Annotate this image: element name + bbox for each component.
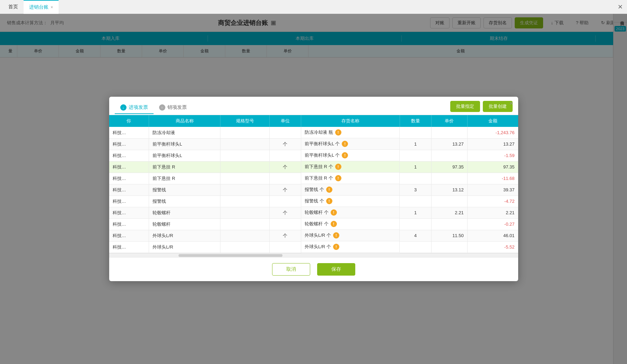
table-cell: [400, 196, 431, 207]
table-cell: 1: [400, 207, 431, 218]
warning-icon[interactable]: !: [335, 164, 341, 170]
table-cell: [220, 150, 270, 161]
table-cell: 39.37: [467, 184, 518, 196]
table-row: 科技…前平衡杆球头L前平衡杆球头L 个!-1.59: [109, 150, 518, 161]
col-header-qty: 数量: [400, 115, 431, 127]
table-cell: -4.72: [467, 196, 518, 207]
warning-icon[interactable]: !: [335, 175, 341, 181]
table-cell: 科技…: [109, 207, 149, 218]
modal-table-wrapper[interactable]: 你 商品名称 规格型号 单位 存货名称 数量 单价 金额 科技…防冻冷却液防冻冷…: [109, 115, 518, 253]
table-cell: 个: [269, 230, 301, 241]
tab-bar: 首页 进销台账 × ✕: [0, 0, 627, 14]
table-cell: 前下悬挂 R 个!: [301, 161, 400, 173]
h-scrollbar[interactable]: [109, 253, 518, 257]
table-cell: 前平衡杆球头L: [149, 138, 220, 150]
tab-home-label: 首页: [8, 4, 18, 10]
modal-dialog: ↓ 进项发票 ↑ 销项发票 批量指定 批量创建 × 你: [109, 97, 518, 281]
table-row: 科技…轮毂螺杆轮毂螺杆 个!-0.27: [109, 218, 518, 230]
table-cell: 2.21: [467, 207, 518, 218]
warning-icon[interactable]: !: [342, 141, 348, 147]
save-button[interactable]: 保存: [317, 263, 355, 276]
table-cell: 报警线 个!: [301, 184, 400, 196]
table-row: 科技…前下悬挂 R前下悬挂 R 个!-11.68: [109, 173, 518, 184]
table-cell: [220, 196, 270, 207]
table-cell: [431, 127, 467, 138]
tab-sales-invoice[interactable]: ↑ 销项发票: [154, 102, 192, 114]
sales-invoice-icon: ↑: [159, 104, 165, 111]
table-cell: [431, 173, 467, 184]
table-cell: 外球头L/R: [149, 241, 220, 253]
table-cell: 13.12: [431, 184, 467, 196]
table-cell: [220, 173, 270, 184]
warning-icon[interactable]: !: [335, 129, 341, 136]
table-cell: [400, 241, 431, 253]
modal-close-icon[interactable]: ×: [510, 100, 513, 106]
batch-assign-button[interactable]: 批量指定: [450, 101, 480, 112]
table-cell: [220, 184, 270, 196]
table-cell: 前下悬挂 R 个!: [301, 173, 400, 184]
table-cell: [269, 173, 301, 184]
table-cell: 11.50: [431, 230, 467, 241]
table-cell: 3: [400, 184, 431, 196]
table-cell: 前平衡杆球头L: [149, 150, 220, 161]
warning-icon[interactable]: !: [342, 152, 348, 158]
col-header-unit: 单位: [269, 115, 301, 127]
modal-overlay: ↓ 进项发票 ↑ 销项发票 批量指定 批量创建 × 你: [0, 14, 627, 364]
col-header-amount: 金额: [467, 115, 518, 127]
window-close-icon[interactable]: ✕: [618, 3, 623, 11]
table-row: 科技…前平衡杆球头L个前平衡杆球头L 个!113.2713.27: [109, 138, 518, 150]
table-cell: 科技…: [109, 218, 149, 230]
table-cell: 科技…: [109, 230, 149, 241]
col-header-company: 你: [109, 115, 149, 127]
table-cell: 个: [269, 184, 301, 196]
modal-header: ↓ 进项发票 ↑ 销项发票 批量指定 批量创建 ×: [109, 97, 518, 115]
table-cell: 科技…: [109, 173, 149, 184]
main-content: 销售成本计算方法： 月平均 商贸企业进销台账 ▣ 对账 重新开账 存货别名 生成…: [0, 14, 627, 364]
tab-purchase-invoice[interactable]: ↓ 进项发票: [115, 102, 154, 114]
table-cell: 报警线: [149, 196, 220, 207]
col-header-product: 商品名称: [149, 115, 220, 127]
table-cell: 前下悬挂 R: [149, 161, 220, 173]
table-cell: [220, 241, 270, 253]
table-cell: 4: [400, 230, 431, 241]
tab-active-label: 进销台账: [29, 4, 49, 10]
table-cell: 轮毂螺杆: [149, 218, 220, 230]
warning-icon[interactable]: !: [326, 187, 332, 193]
table-cell: 97.35: [431, 161, 467, 173]
table-cell: -11.68: [467, 173, 518, 184]
table-cell: [220, 207, 270, 218]
tab-active[interactable]: 进销台账 ×: [24, 0, 59, 14]
table-row: 科技…报警线个报警线 个!313.1239.37: [109, 184, 518, 196]
table-cell: 科技…: [109, 150, 149, 161]
table-cell: [400, 218, 431, 230]
tab-home[interactable]: 首页: [3, 0, 24, 14]
warning-icon[interactable]: !: [326, 198, 332, 204]
table-row: 科技…报警线报警线 个!-4.72: [109, 196, 518, 207]
warning-icon[interactable]: !: [333, 244, 339, 250]
batch-create-button[interactable]: 批量创建: [483, 101, 513, 112]
table-row: 科技…外球头L/R个外球头L/R 个!411.5046.01: [109, 230, 518, 241]
table-cell: [269, 150, 301, 161]
table-cell: 科技…: [109, 184, 149, 196]
warning-icon[interactable]: !: [333, 232, 339, 239]
table-cell: 前平衡杆球头L 个!: [301, 150, 400, 161]
invoice-table: 你 商品名称 规格型号 单位 存货名称 数量 单价 金额 科技…防冻冷却液防冻冷…: [109, 115, 518, 253]
table-cell: 轮毂螺杆 个!: [301, 207, 400, 218]
table-cell: 前下悬挂 R: [149, 173, 220, 184]
table-cell: [431, 150, 467, 161]
warning-icon[interactable]: !: [331, 221, 337, 227]
table-cell: 报警线 个!: [301, 196, 400, 207]
table-cell: -1,243.76: [467, 127, 518, 138]
table-cell: 2.21: [431, 207, 467, 218]
table-cell: [431, 241, 467, 253]
cancel-button[interactable]: 取消: [272, 263, 310, 276]
table-row: 科技…前下悬挂 R个前下悬挂 R 个!197.3597.35: [109, 161, 518, 173]
warning-icon[interactable]: !: [331, 209, 337, 216]
table-cell: [400, 173, 431, 184]
table-cell: 轮毂螺杆: [149, 207, 220, 218]
table-cell: [220, 127, 270, 138]
table-cell: 科技…: [109, 196, 149, 207]
table-cell: 防冻冷却液 瓶!: [301, 127, 400, 138]
table-cell: 外球头L/R: [149, 230, 220, 241]
tab-close-icon[interactable]: ×: [51, 5, 53, 10]
